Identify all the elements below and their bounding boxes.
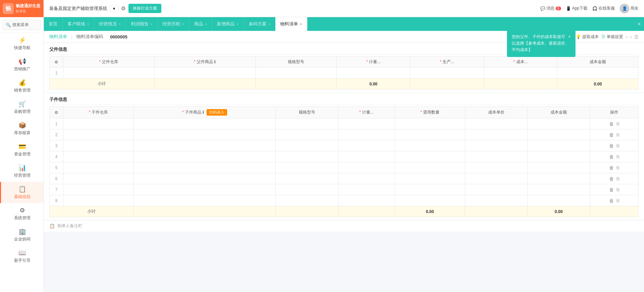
child-cell-spec-2[interactable] (276, 129, 338, 140)
nav-tab-close-bom[interactable]: × (300, 22, 302, 26)
user-item[interactable]: 👤 用友 (620, 4, 639, 13)
child-cell-warehouse-5[interactable] (63, 162, 134, 173)
child-cell-required-qty-7[interactable] (395, 184, 465, 195)
nav-tab-home[interactable]: 首页 (44, 17, 63, 31)
nav-tab-bom[interactable]: 物料清单 × (275, 17, 307, 31)
child-cell-unit-cost-1[interactable] (465, 118, 527, 129)
system-dropdown[interactable]: ▾ (110, 5, 118, 12)
child-th-gear[interactable]: ⚙ (50, 107, 63, 118)
parent-th-gear[interactable]: ⚙ (50, 57, 63, 68)
nav-tab-goods[interactable]: 商品 × (189, 17, 212, 31)
more-icon[interactable]: ☰ (634, 34, 639, 39)
child-cell-cost-amount-2[interactable] (528, 129, 590, 140)
child-cell-goods-2[interactable] (133, 129, 275, 140)
child-cell-unit-4[interactable] (338, 151, 395, 162)
child-cell-goods-4[interactable] (133, 151, 275, 162)
child-cell-spec-6[interactable] (276, 173, 338, 184)
child-cell-spec-5[interactable] (276, 162, 338, 173)
parent-cell-cost-amount-1[interactable] (557, 68, 639, 79)
child-cell-goods-8[interactable] (133, 195, 275, 206)
trial-button[interactable]: 体验行业方案 (128, 4, 161, 13)
tab-bom[interactable]: 物料清单 (49, 34, 67, 40)
message-item[interactable]: 💬 消息 6 (540, 5, 561, 11)
child-cell-required-qty-5[interactable] (395, 162, 465, 173)
child-cell-unit-cost-5[interactable] (465, 162, 527, 173)
scan-button[interactable]: 扫码录入 (207, 109, 227, 116)
child-cell-unit-8[interactable] (338, 195, 395, 206)
copy-icon-8[interactable]: ⎘ (617, 198, 619, 203)
child-cell-required-qty-8[interactable] (395, 195, 465, 206)
child-cell-cost-amount-7[interactable] (528, 184, 590, 195)
copy-icon-2[interactable]: ⎘ (617, 132, 619, 138)
sidebar-item-quick-nav[interactable]: ⚡快捷导航 (0, 33, 44, 54)
child-cell-goods-6[interactable] (133, 173, 275, 184)
delete-icon-1[interactable]: 🗑 (609, 121, 614, 127)
parent-cell-warehouse-1[interactable] (63, 68, 154, 79)
settings-icon[interactable]: ⚙ (121, 5, 126, 12)
child-cell-spec-4[interactable] (276, 151, 338, 162)
child-cell-spec-8[interactable] (276, 195, 338, 206)
sidebar-item-basic-info[interactable]: 📋基础信息 (0, 182, 44, 203)
child-cell-required-qty-1[interactable] (395, 118, 465, 129)
nav-tab-close-operation-status[interactable]: × (119, 22, 121, 26)
copy-icon-7[interactable]: ⎘ (617, 187, 619, 192)
tooltip-close-button[interactable]: × (568, 34, 571, 40)
sidebar-item-guide[interactable]: 📖新手引导 (0, 246, 44, 267)
child-cell-unit-7[interactable] (338, 184, 395, 195)
nav-tab-close-operation-history[interactable]: × (182, 22, 184, 26)
nav-tab-close-barcode[interactable]: × (268, 22, 270, 26)
parent-cell-spec-1[interactable] (256, 68, 337, 79)
copy-icon-1[interactable]: ⎘ (617, 121, 619, 127)
search-menu-button[interactable]: 🔍 搜索菜单 (3, 20, 41, 30)
child-cell-unit-cost-7[interactable] (465, 184, 527, 195)
child-cell-cost-amount-1[interactable] (528, 118, 590, 129)
nav-tab-close-new-goods[interactable]: × (236, 22, 238, 26)
delete-icon-6[interactable]: 🗑 (609, 176, 614, 182)
delete-icon-3[interactable]: 🗑 (609, 143, 614, 149)
delete-icon-4[interactable]: 🗑 (609, 154, 614, 160)
nav-tab-barcode[interactable]: 条码方案 × (244, 17, 275, 31)
child-cell-cost-amount-4[interactable] (528, 151, 590, 162)
child-cell-cost-amount-8[interactable] (528, 195, 590, 206)
child-cell-warehouse-4[interactable] (63, 151, 134, 162)
child-cell-spec-1[interactable] (276, 118, 338, 129)
copy-icon-6[interactable]: ⎘ (617, 176, 619, 182)
child-cell-spec-3[interactable] (276, 140, 338, 151)
delete-icon-7[interactable]: 🗑 (609, 187, 614, 192)
nav-tab-close-goods[interactable]: × (205, 22, 207, 26)
parent-cell-production-1[interactable] (410, 68, 484, 79)
child-cell-unit-2[interactable] (338, 129, 395, 140)
delete-icon-2[interactable]: 🗑 (609, 132, 614, 138)
parent-cell-goods-1[interactable] (154, 68, 256, 79)
sidebar-item-sales[interactable]: 💰销售管理 (0, 75, 44, 97)
online-service-item[interactable]: 🎧 在线客服 (592, 5, 615, 11)
copy-icon-4[interactable]: ⎘ (617, 154, 619, 160)
child-cell-unit-1[interactable] (338, 118, 395, 129)
sidebar-item-marketing[interactable]: 📢营销推广 (0, 54, 44, 75)
prev-icon[interactable]: ‹ (626, 34, 627, 39)
nav-tab-customer[interactable]: 客户联络 × (63, 17, 94, 31)
child-cell-required-qty-3[interactable] (395, 140, 465, 151)
app-download-item[interactable]: 📱 App下载 (566, 5, 587, 11)
child-cell-goods-7[interactable] (133, 184, 275, 195)
child-cell-warehouse-2[interactable] (63, 129, 134, 140)
parent-cell-cost-1[interactable] (484, 68, 557, 79)
next-icon[interactable]: › (630, 34, 632, 39)
child-cell-unit-cost-3[interactable] (465, 140, 527, 151)
sidebar-item-inventory[interactable]: 📦库存核算 (0, 118, 44, 139)
sidebar-item-enterprise[interactable]: 🏢企业协同 (0, 224, 44, 246)
copy-icon-5[interactable]: ⎘ (617, 165, 619, 171)
nav-tab-operation-status[interactable]: 经营情况 × (94, 17, 126, 31)
child-cell-unit-cost-4[interactable] (465, 151, 527, 162)
single-setting-item[interactable]: ☰ 单据设置 (602, 34, 623, 40)
child-cell-unit-5[interactable] (338, 162, 395, 173)
child-cell-required-qty-2[interactable] (395, 129, 465, 140)
close-all-icon[interactable]: ✕ (634, 21, 644, 27)
child-cell-cost-amount-5[interactable] (528, 162, 590, 173)
nav-tab-close-profit[interactable]: × (150, 22, 152, 26)
child-cell-warehouse-3[interactable] (63, 140, 134, 151)
delete-icon-5[interactable]: 🗑 (609, 165, 614, 171)
sidebar-item-system[interactable]: ⚙系统管理 (0, 203, 44, 224)
nav-tab-operation-history[interactable]: 经营历程 × (158, 17, 189, 31)
child-cell-warehouse-1[interactable] (63, 118, 134, 129)
